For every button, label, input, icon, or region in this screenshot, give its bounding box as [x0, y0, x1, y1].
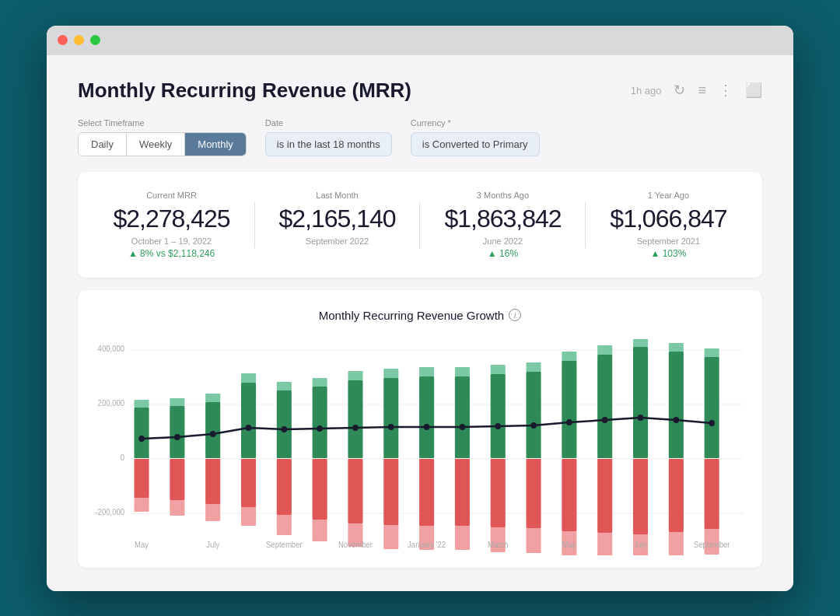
svg-text:400,000: 400,000 [98, 344, 125, 352]
svg-rect-18 [205, 459, 220, 504]
svg-rect-21 [241, 373, 256, 383]
svg-point-78 [210, 431, 216, 437]
metrics-card: Current MRR $2,278,425 October 1 – 19, 2… [78, 172, 762, 278]
svg-rect-58 [562, 459, 576, 531]
svg-rect-38 [383, 459, 398, 525]
svg-rect-32 [348, 380, 362, 458]
svg-rect-65 [633, 339, 648, 347]
page-header: Monthly Recurring Revenue (MRR) 1h ago ↻… [78, 79, 762, 103]
svg-point-86 [495, 423, 501, 429]
divider-2 [419, 201, 420, 248]
svg-rect-20 [241, 383, 256, 458]
svg-rect-10 [135, 459, 149, 498]
svg-text:September: September [266, 540, 303, 548]
svg-rect-40 [419, 376, 434, 458]
svg-rect-27 [277, 515, 292, 535]
daily-button[interactable]: Daily [79, 133, 127, 156]
svg-rect-8 [135, 408, 149, 458]
svg-point-89 [602, 417, 608, 423]
metric-period-1: September 2022 [278, 236, 395, 246]
svg-point-92 [709, 420, 715, 426]
browser-content: Monthly Recurring Revenue (MRR) 1h ago ↻… [47, 55, 793, 591]
svg-point-91 [674, 417, 680, 423]
filters-row: Select Timeframe Daily Weekly Monthly Da… [78, 118, 762, 156]
svg-point-82 [352, 425, 359, 431]
svg-point-80 [282, 426, 288, 432]
svg-rect-62 [597, 459, 612, 533]
svg-point-90 [638, 415, 644, 421]
svg-rect-12 [170, 406, 184, 458]
svg-point-85 [460, 424, 466, 430]
chart-container: 400,000 200,000 0 -200,000 [93, 338, 747, 555]
svg-rect-30 [313, 459, 327, 520]
svg-text:July: July [206, 540, 219, 548]
svg-rect-63 [597, 533, 612, 555]
divider-3 [585, 201, 586, 248]
traffic-light-green[interactable] [90, 35, 100, 45]
svg-rect-57 [562, 352, 576, 361]
metric-label-0: Current MRR [113, 191, 229, 200]
svg-rect-68 [669, 352, 684, 458]
svg-point-76 [138, 436, 145, 442]
svg-rect-66 [633, 459, 648, 534]
folder-icon[interactable]: ⬜ [745, 82, 762, 99]
svg-text:0: 0 [121, 453, 125, 461]
currency-label: Currency * [411, 118, 540, 128]
more-icon[interactable]: ⋮ [719, 82, 733, 99]
svg-text:March: March [488, 540, 509, 548]
monthly-button[interactable]: Monthly [185, 133, 246, 156]
metric-change-3: 103% [610, 248, 726, 259]
svg-text:May: May [135, 540, 149, 548]
svg-point-79 [246, 425, 252, 431]
svg-point-83 [388, 424, 394, 430]
svg-rect-49 [491, 365, 506, 374]
metric-change-0: 8% vs $2,118,246 [113, 248, 229, 259]
metric-current-mrr: Current MRR $2,278,425 October 1 – 19, 2… [113, 191, 229, 259]
metric-change-2: 16% [444, 248, 561, 259]
svg-rect-25 [277, 382, 292, 390]
svg-text:November: November [338, 540, 373, 548]
svg-rect-19 [205, 504, 220, 521]
svg-rect-37 [383, 369, 398, 378]
svg-text:January '22: January '22 [408, 540, 446, 548]
svg-rect-45 [455, 367, 470, 376]
svg-rect-29 [313, 378, 327, 387]
chart-svg: 400,000 200,000 0 -200,000 [93, 338, 747, 555]
svg-rect-23 [241, 507, 256, 526]
metric-value-1: $2,165,140 [278, 205, 395, 233]
traffic-light-yellow[interactable] [74, 35, 84, 45]
svg-rect-47 [455, 526, 470, 550]
svg-rect-72 [705, 357, 719, 458]
svg-rect-56 [562, 361, 576, 458]
metric-value-0: $2,278,425 [113, 205, 229, 233]
refresh-icon[interactable]: ↻ [674, 82, 685, 99]
svg-rect-44 [455, 376, 470, 458]
weekly-button[interactable]: Weekly [127, 133, 185, 156]
info-icon[interactable]: i [509, 309, 521, 321]
metric-last-month: Last Month $2,165,140 September 2022 [278, 191, 395, 259]
svg-rect-14 [170, 459, 184, 500]
metric-period-0: October 1 – 19, 2022 [113, 236, 229, 246]
last-updated: 1h ago [631, 85, 662, 96]
timeframe-buttons: Daily Weekly Monthly [78, 132, 247, 156]
metric-label-1: Last Month [278, 191, 395, 200]
svg-rect-34 [348, 459, 362, 523]
filter-icon[interactable]: ≡ [698, 82, 706, 99]
svg-rect-61 [597, 345, 612, 355]
svg-rect-74 [705, 459, 719, 529]
svg-point-77 [174, 434, 180, 440]
currency-filter-badge[interactable]: is Converted to Primary [411, 132, 540, 156]
svg-point-81 [317, 425, 323, 432]
divider-1 [254, 201, 255, 248]
svg-rect-39 [383, 525, 398, 549]
date-filter-badge[interactable]: is in the last 18 months [265, 132, 392, 156]
traffic-light-red[interactable] [58, 35, 68, 45]
metric-3-months: 3 Months Ago $1,863,842 June 2022 16% [444, 191, 561, 259]
metric-1-year: 1 Year Ago $1,066,847 September 2021 103… [610, 191, 726, 259]
svg-rect-73 [705, 348, 719, 357]
svg-rect-17 [205, 394, 220, 402]
svg-rect-60 [597, 355, 612, 458]
svg-rect-31 [313, 520, 327, 541]
browser-window: Monthly Recurring Revenue (MRR) 1h ago ↻… [47, 26, 793, 591]
chart-title: Monthly Recurring Revenue Growth i [93, 309, 747, 322]
